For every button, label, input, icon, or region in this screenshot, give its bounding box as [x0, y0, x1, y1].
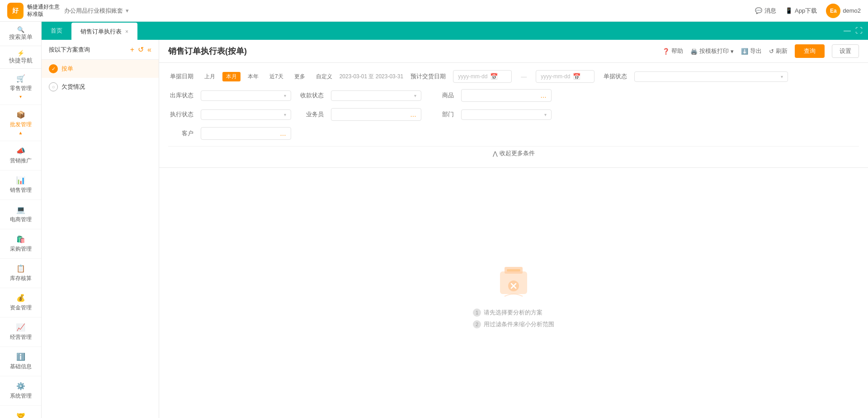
status-dropdown-icon: ▾: [781, 74, 783, 79]
avatar: Ea: [826, 4, 840, 18]
sidebar-item-quick-nav[interactable]: ⚡ 快捷导航: [0, 46, 41, 69]
dept-dropdown-icon: ▾: [544, 112, 547, 117]
scheme-label-by-order: 按单: [61, 65, 73, 73]
collapse-chevron-icon: ⋀: [493, 150, 498, 157]
empty-state: 1 请先选择要分析的方案 2 用过滤条件来缩小分析范围: [159, 168, 868, 418]
date-tag-7days[interactable]: 近7天: [266, 72, 287, 81]
customer-label: 客户: [168, 129, 193, 138]
app-label: App下载: [795, 7, 817, 15]
date-tag-custom[interactable]: 自定义: [312, 72, 336, 81]
breadcrumb-text: 办公用品行业模拟账套: [64, 7, 123, 15]
message-label: 消息: [764, 7, 776, 15]
salesperson-input[interactable]: …: [331, 108, 421, 121]
quick-nav-icon: ⚡: [3, 50, 38, 57]
settings-button[interactable]: 设置: [832, 44, 859, 58]
sidebar-item-operation[interactable]: 📈 经营管理: [0, 318, 41, 347]
left-panel-actions: + ↺ «: [130, 45, 151, 54]
tab-active[interactable]: 销售订单执行表 ×: [71, 23, 137, 41]
tab-home-label: 首页: [51, 27, 62, 35]
operation-label: 经营管理: [10, 333, 32, 341]
collab-icon: 🤝: [16, 411, 25, 418]
date-tag-this-month[interactable]: 本月: [222, 72, 241, 81]
refresh-label: 刷新: [776, 47, 788, 55]
goods-dots-icon[interactable]: …: [540, 92, 547, 99]
sidebar-item-purchase[interactable]: 🛍️ 采购管理: [0, 229, 41, 259]
sidebar-item-ecommerce[interactable]: 💻 电商管理: [0, 200, 41, 229]
date-tag-this-year[interactable]: 本年: [244, 72, 262, 81]
operation-icon: 📈: [16, 323, 25, 332]
out-status-label: 出库状态: [168, 91, 193, 100]
customer-dots-icon[interactable]: …: [280, 130, 286, 137]
date-tag-more[interactable]: 更多: [291, 72, 309, 81]
dept-select[interactable]: ▾: [461, 109, 552, 120]
export-btn[interactable]: ⬇️ 导出: [741, 47, 762, 55]
tab-minimize-icon[interactable]: —: [844, 27, 851, 35]
quick-nav-label: 快捷导航: [3, 57, 38, 65]
collapse-btn[interactable]: ⋀ 收起更多条件: [168, 146, 859, 160]
ecommerce-label: 电商管理: [10, 216, 32, 223]
sidebar-item-retail[interactable]: 🛒 零售管理 ▾: [0, 69, 41, 105]
message-btn[interactable]: 💬 消息: [755, 7, 776, 15]
expected-date-label: 预计交货日期: [410, 72, 446, 81]
right-content: 销售订单执行表(按单) ❓ 帮助 🖨️ 按模板打印 ▾ ⬇️: [159, 40, 868, 418]
sidebar-item-collab[interactable]: 🤝 企业协同: [0, 406, 41, 418]
logo-text: 畅捷通好生意 标准版: [27, 4, 60, 18]
retail-label: 零售管理: [10, 85, 32, 92]
tab-home[interactable]: 首页: [42, 22, 71, 40]
status-select[interactable]: ▾: [634, 71, 788, 82]
expected-date-start[interactable]: yyyy-mm-dd 📅: [453, 70, 512, 83]
inventory-icon: 📋: [16, 264, 25, 273]
help-icon: ❓: [662, 48, 670, 55]
tip-num-2: 2: [473, 320, 481, 328]
breadcrumb[interactable]: 办公用品行业模拟账套 ▾: [64, 7, 129, 15]
app-download-btn[interactable]: 📱 App下载: [785, 7, 817, 15]
status-label: 单据状态: [602, 72, 627, 81]
scheme-item-by-order[interactable]: ✓ 按单: [42, 60, 159, 78]
sidebar-item-inventory[interactable]: 📋 库存核算: [0, 259, 41, 288]
refresh-scheme-icon[interactable]: ↺: [138, 45, 144, 54]
tab-active-label: 销售订单执行表: [80, 28, 122, 36]
page-header: 销售订单执行表(按单) ❓ 帮助 🖨️ 按模板打印 ▾ ⬇️: [159, 40, 868, 63]
customer-input[interactable]: …: [201, 127, 291, 140]
page-title: 销售订单执行表(按单): [168, 46, 247, 57]
exec-status-select[interactable]: ▾: [201, 109, 291, 120]
refresh-btn[interactable]: ↺ 刷新: [769, 47, 788, 55]
breadcrumb-dropdown-icon[interactable]: ▾: [126, 7, 129, 14]
collect-status-select[interactable]: ▾: [331, 90, 421, 101]
topbar-left: 好 畅捷通好生意 标准版 办公用品行业模拟账套 ▾: [7, 3, 129, 19]
sidebar-item-sales[interactable]: 📊 销售管理: [0, 171, 41, 200]
date-tag-last-month[interactable]: 上月: [201, 72, 219, 81]
sidebar-item-system[interactable]: ⚙️ 系统管理: [0, 376, 41, 406]
expected-date-end[interactable]: yyyy-mm-dd 📅: [536, 70, 594, 83]
print-btn[interactable]: 🖨️ 按模板打印 ▾: [690, 47, 734, 55]
sidebar-item-basic[interactable]: ℹ️ 基础信息: [0, 347, 41, 376]
tab-close-icon[interactable]: ×: [125, 28, 128, 35]
tip-text-1: 请先选择要分析的方案: [484, 309, 542, 317]
user-profile[interactable]: Ea demo2: [826, 4, 861, 18]
salesperson-dots-icon[interactable]: …: [410, 111, 416, 118]
empty-tip-2: 2 用过滤条件来缩小分析范围: [473, 320, 554, 328]
out-status-select[interactable]: ▾: [201, 90, 291, 101]
filter-row-4: 客户 …: [168, 127, 859, 140]
collapse-panel-icon[interactable]: «: [147, 46, 151, 54]
tab-bar: 首页 销售订单执行表 × — ⛶: [42, 22, 868, 40]
marketing-icon: 📣: [16, 147, 25, 155]
sidebar-item-finance[interactable]: 💰 资金管理: [0, 288, 41, 318]
scheme-item-shortage[interactable]: ○ 欠货情况: [42, 78, 159, 96]
main-layout: 🔍 搜索菜单 ⚡ 快捷导航 🛒 零售管理 ▾ 📦 批发管理 ▲ 📣 营销推广 📊…: [0, 22, 868, 418]
sidebar-item-marketing[interactable]: 📣 营销推广: [0, 141, 41, 171]
page-actions: ❓ 帮助 🖨️ 按模板打印 ▾ ⬇️ 导出 ↺: [662, 44, 859, 58]
tab-maximize-icon[interactable]: ⛶: [855, 27, 863, 35]
sidebar-search[interactable]: 🔍 搜索菜单: [0, 22, 41, 46]
help-btn[interactable]: ❓ 帮助: [662, 47, 683, 55]
search-button[interactable]: 查询: [795, 44, 825, 58]
print-dropdown-icon[interactable]: ▾: [731, 48, 734, 55]
goods-input[interactable]: …: [461, 89, 552, 102]
print-label: 按模板打印: [699, 47, 729, 55]
wholesale-expand-icon: ▲: [19, 130, 23, 135]
tip-text-2: 用过滤条件来缩小分析范围: [484, 320, 554, 328]
left-panel-title: 按以下方案查询: [49, 46, 90, 54]
sidebar-item-wholesale[interactable]: 📦 批发管理 ▲: [0, 105, 41, 141]
filter-row-3: 执行状态 ▾ 业务员 … 部门 ▾: [168, 108, 859, 121]
add-scheme-icon[interactable]: +: [130, 46, 134, 54]
